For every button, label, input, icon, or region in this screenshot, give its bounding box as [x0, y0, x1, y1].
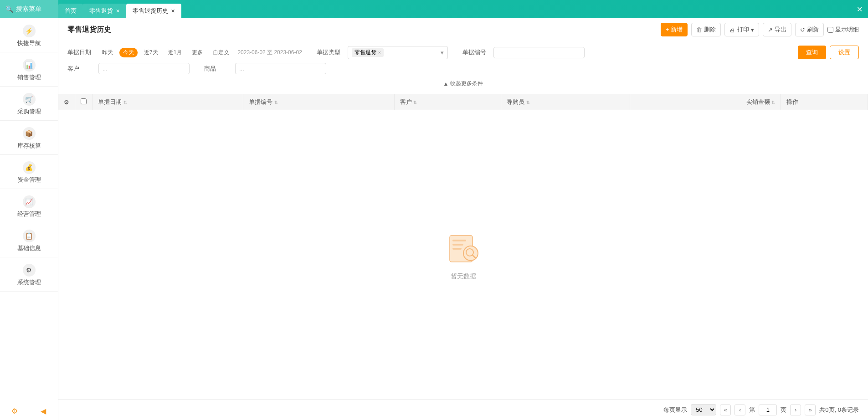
table-header: ⚙ 单据日期 ⇅ 单据编号 ⇅ [58, 94, 868, 110]
sidebar-item-basic-info[interactable]: 📋 基础信息 [0, 223, 58, 257]
page-size-select[interactable]: 10 20 50 100 [691, 404, 716, 415]
sidebar-item-operations-mgmt[interactable]: 📈 经营管理 [0, 189, 58, 223]
show-detail-checkbox[interactable] [827, 27, 833, 33]
window-controls: ✕ [851, 5, 868, 14]
main-layout: ⚡ 快捷导航 📊 销售管理 🛒 采购管理 📦 库存核算 💰 资金管理 📈 经营管… [0, 18, 868, 420]
sidebar-item-sales-mgmt[interactable]: 📊 销售管理 [0, 52, 58, 87]
print-icon: 🖨 [729, 26, 735, 33]
filter-area: 单据日期 昨天 今天 近7天 近1月 更多 自定义 2023-06-02 至 2… [67, 41, 859, 94]
date-option-yesterday[interactable]: 昨天 [98, 48, 117, 57]
page-header: 零售退货历史 + 新增 🗑 删除 🖨 打印 ▾ ↗ 导出 [58, 18, 868, 94]
date-option-more[interactable]: 更多 [188, 48, 206, 57]
pagination-bar: 每页显示 10 20 50 100 « ‹ 第 页 › » 共0页, 0条记录 [58, 399, 868, 420]
doc-no-input[interactable] [493, 47, 585, 58]
doc-type-dropdown-icon: ▾ [441, 49, 444, 56]
date-option-7days[interactable]: 近7天 [140, 48, 162, 57]
th-customer-sort-icon: ⇅ [413, 100, 417, 105]
goods-label: 商品 [204, 65, 230, 73]
customer-select[interactable]: ... [98, 63, 190, 74]
th-doc-date[interactable]: 单据日期 ⇅ [92, 94, 243, 110]
date-option-custom[interactable]: 自定义 [209, 48, 233, 57]
select-all-checkbox[interactable] [81, 98, 87, 104]
toolbar-btns: + 新增 🗑 删除 🖨 打印 ▾ ↗ 导出 ↺ [661, 23, 859, 36]
th-actual-amount-label: 实销金额 [746, 98, 770, 105]
delete-icon: 🗑 [696, 26, 702, 33]
sidebar-item-system-mgmt[interactable]: ⚙ 系统管理 [0, 257, 58, 292]
tab-retail-return[interactable]: 零售退货 ✕ [83, 4, 126, 18]
purchase-mgmt-icon: 🛒 [23, 93, 36, 106]
sidebar-item-finance-mgmt-label: 资金管理 [17, 176, 41, 184]
date-option-today[interactable]: 今天 [119, 48, 138, 57]
sidebar-item-quick-nav[interactable]: ⚡ 快捷导航 [0, 18, 58, 52]
tab-retail-return-history-close[interactable]: ✕ [171, 8, 175, 14]
tab-home[interactable]: 首页 [58, 4, 83, 18]
operations-mgmt-icon: 📈 [23, 195, 36, 208]
sidebar: ⚡ 快捷导航 📊 销售管理 🛒 采购管理 📦 库存核算 💰 资金管理 📈 经营管… [0, 18, 58, 420]
refresh-icon: ↺ [800, 26, 805, 33]
th-doc-date-label: 单据日期 [98, 98, 122, 105]
sidebar-item-sales-mgmt-label: 销售管理 [17, 73, 41, 82]
sidebar-item-purchase-mgmt[interactable]: 🛒 采购管理 [0, 87, 58, 121]
th-operation: 操作 [781, 94, 868, 110]
sidebar-settings-btn[interactable]: ⚙ [0, 402, 29, 420]
th-guide[interactable]: 导购员 ⇅ [501, 94, 630, 110]
show-detail-checkbox-label[interactable]: 显示明细 [827, 26, 859, 34]
sidebar-item-finance-mgmt[interactable]: 💰 资金管理 [0, 155, 58, 189]
system-mgmt-icon: ⚙ [23, 264, 36, 277]
next-page-btn[interactable]: › [790, 405, 801, 415]
empty-text: 暂无数据 [451, 272, 476, 281]
tabs-area: 首页 零售退货 ✕ 零售退货历史 ✕ [58, 0, 851, 18]
quick-nav-icon: ⚡ [23, 25, 36, 37]
th-customer[interactable]: 客户 ⇅ [394, 94, 501, 110]
th-doc-date-sort-icon: ⇅ [123, 100, 127, 105]
print-button[interactable]: 🖨 打印 ▾ [724, 23, 759, 36]
doc-type-tag-remove[interactable]: × [378, 50, 381, 55]
prev-page-btn[interactable]: ‹ [734, 405, 745, 415]
sidebar-item-inventory-calc[interactable]: 📦 库存核算 [0, 121, 58, 155]
sales-mgmt-icon: 📊 [23, 59, 36, 72]
refresh-label: 刷新 [807, 26, 819, 34]
th-guide-sort-icon: ⇅ [526, 100, 530, 105]
th-setting[interactable]: ⚙ [58, 94, 75, 110]
collapse-button[interactable]: ▲ 收起更多条件 [438, 78, 489, 89]
doc-no-label: 单据编号 [462, 48, 488, 56]
total-records-text: 共0页, 0条记录 [819, 406, 859, 414]
th-check[interactable] [75, 94, 92, 110]
sidebar-settings-icon: ⚙ [11, 407, 18, 415]
refresh-button[interactable]: ↺ 刷新 [795, 23, 824, 36]
th-actual-amount-sort-icon: ⇅ [771, 100, 775, 105]
inventory-calc-icon: 📦 [23, 127, 36, 140]
query-button[interactable]: 查询 [798, 46, 826, 59]
window-close-icon[interactable]: ✕ [857, 5, 863, 14]
search-menu[interactable]: 🔍 搜索菜单 [0, 0, 58, 18]
export-icon: ↗ [768, 26, 773, 33]
page-number-input[interactable] [759, 405, 777, 415]
goods-select[interactable]: ... [235, 63, 326, 74]
last-page-btn[interactable]: » [805, 405, 816, 415]
th-actual-amount[interactable]: 实销金额 ⇅ [630, 94, 781, 110]
doc-type-select[interactable]: 零售退货 × ▾ [348, 46, 448, 59]
sidebar-item-basic-info-label: 基础信息 [17, 244, 41, 252]
setting-button[interactable]: 设置 [830, 46, 859, 59]
export-label: 导出 [775, 26, 786, 34]
sidebar-collapse-btn[interactable]: ◀ [29, 402, 58, 420]
th-doc-no[interactable]: 单据编号 ⇅ [243, 94, 394, 110]
tab-retail-return-close[interactable]: ✕ [116, 8, 120, 14]
setting-icon: ⚙ [64, 99, 69, 106]
svg-rect-1 [452, 240, 466, 241]
sidebar-item-purchase-mgmt-label: 采购管理 [17, 108, 41, 116]
empty-state: 暂无数据 [58, 110, 868, 399]
show-detail-label: 显示明细 [835, 26, 859, 34]
date-option-1month[interactable]: 近1月 [164, 48, 186, 57]
first-page-btn[interactable]: « [720, 405, 731, 415]
customer-placeholder: ... [103, 65, 108, 72]
tab-retail-return-history[interactable]: 零售退货历史 ✕ [126, 4, 181, 18]
export-button[interactable]: ↗ 导出 [763, 23, 791, 36]
search-menu-label: 搜索菜单 [16, 5, 41, 13]
delete-button[interactable]: 🗑 删除 [691, 23, 721, 36]
date-options: 昨天 今天 近7天 近1月 更多 自定义 2023-06-02 至 2023-0… [98, 48, 302, 57]
svg-rect-2 [452, 244, 463, 246]
tab-retail-return-label: 零售退货 [89, 7, 113, 15]
table-container: ⚙ 单据日期 ⇅ 单据编号 ⇅ [58, 94, 868, 399]
new-button[interactable]: + 新增 [661, 23, 688, 36]
